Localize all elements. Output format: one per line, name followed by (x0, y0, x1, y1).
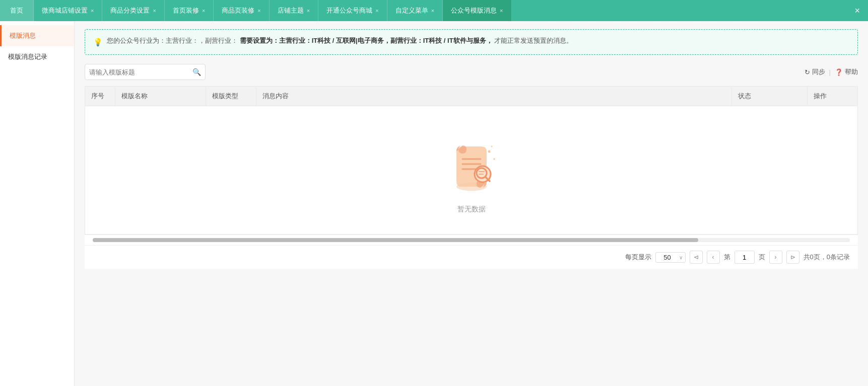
page-size-value[interactable]: 50 (655, 252, 686, 263)
toolbar-divider: | (829, 68, 831, 76)
nav-item-custom-menu[interactable]: 自定义菜单× (387, 0, 443, 21)
pagination-row: 每页显示 50 ⊲ ‹ 第 页 › ⊳ 共0页，0条记录 (85, 245, 858, 269)
nav-item-open-mall[interactable]: 开通公众号商城× (318, 0, 387, 21)
help-label: 帮助 (845, 67, 858, 76)
sidebar: 模版消息模版消息记录 (0, 21, 75, 386)
nav-close-custom-menu[interactable]: × (431, 8, 434, 14)
content-area: 💡 您的公众号行业为：主营行业：，副营行业： 需要设置为：主营行业：IT科技 /… (75, 21, 868, 386)
nav-close-shop-setting[interactable]: × (91, 8, 94, 14)
notice-prefix: 您的公众号行业为：主营行业：，副营行业： (107, 37, 238, 44)
notice-highlight: 需要设置为：主营行业：IT科技 / 互联网|电子商务，副营行业：IT科技 / I… (240, 37, 493, 44)
empty-illustration (441, 136, 502, 197)
search-icon[interactable]: 🔍 (192, 68, 201, 76)
data-table: 序号模版名称模版类型消息内容状态操作 (85, 86, 858, 235)
nav-item-category-setting[interactable]: 商品分类设置× (102, 0, 164, 21)
nav-item-shop-theme[interactable]: 店铺主题× (270, 0, 318, 21)
search-input[interactable] (89, 68, 192, 76)
nav-item-shop-setting[interactable]: 微商城店铺设置× (34, 0, 102, 21)
main-layout: 模版消息模版消息记录 💡 您的公众号行业为：主营行业：，副营行业： 需要设置为：… (0, 21, 868, 386)
scrollbar-row (85, 235, 858, 245)
nav-close-open-mall[interactable]: × (375, 8, 378, 14)
help-icon: ❓ (835, 68, 843, 76)
help-button[interactable]: ❓ 帮助 (835, 67, 858, 76)
sync-icon: ↻ (805, 68, 810, 76)
prev-page-button[interactable]: ‹ (707, 251, 720, 264)
sidebar-item-template[interactable]: 模版消息 (0, 25, 74, 46)
svg-point-11 (491, 146, 492, 147)
toolbar-right: ↻ 同步 | ❓ 帮助 (805, 67, 858, 76)
next-page-button[interactable]: › (769, 251, 782, 264)
sync-label: 同步 (812, 67, 825, 76)
sync-button[interactable]: ↻ 同步 (805, 67, 825, 76)
nav-item-product-decor[interactable]: 商品页装修× (214, 0, 269, 21)
scrollbar-track[interactable] (93, 238, 850, 242)
page-number-input[interactable] (735, 251, 755, 264)
nav-close-product-decor[interactable]: × (257, 8, 260, 14)
page-size-label: 每页显示 (625, 253, 651, 262)
page-size-select[interactable]: 50 (655, 252, 686, 263)
table-col-模版类型: 模版类型 (206, 87, 256, 106)
page-unit-label: 页 (759, 253, 765, 262)
table-col-状态: 状态 (732, 87, 808, 106)
empty-state: 暂无数据 (85, 106, 857, 234)
svg-point-9 (488, 150, 490, 153)
table-col-操作: 操作 (808, 87, 858, 106)
top-nav: 首页微商城店铺设置×商品分类设置×首页装修×商品页装修×店铺主题×开通公众号商城… (0, 0, 868, 21)
table-col-模版名称: 模版名称 (115, 87, 206, 106)
nav-item-template-msg[interactable]: 公众号模版消息× (443, 0, 511, 21)
notice-suffix: 才能正常发送预置的消息。 (494, 37, 573, 44)
search-row: 🔍 ↻ 同步 | ❓ 帮助 (85, 64, 858, 80)
search-input-wrap[interactable]: 🔍 (85, 64, 206, 80)
nav-close-shop-theme[interactable]: × (307, 8, 310, 14)
nav-close-category-setting[interactable]: × (153, 8, 156, 14)
page-prefix-label: 第 (724, 253, 730, 262)
nav-close-home-decor[interactable]: × (202, 8, 205, 14)
table-col-序号: 序号 (85, 87, 115, 106)
nav-item-home-decor[interactable]: 首页装修× (165, 0, 214, 21)
nav-item-home[interactable]: 首页 (0, 0, 34, 21)
total-text: 共0页，0条记录 (804, 253, 850, 262)
first-page-button[interactable]: ⊲ (690, 251, 703, 264)
notice-text: 您的公众号行业为：主营行业：，副营行业： 需要设置为：主营行业：IT科技 / 互… (107, 36, 573, 46)
nav-close-template-msg[interactable]: × (500, 8, 503, 14)
sidebar-item-template-record[interactable]: 模版消息记录 (0, 46, 74, 67)
empty-text: 暂无数据 (85, 205, 857, 214)
table-col-消息内容: 消息内容 (256, 87, 732, 106)
scrollbar-thumb[interactable] (93, 238, 698, 242)
close-all-button[interactable]: × (846, 0, 868, 21)
bulb-icon: 💡 (93, 36, 103, 48)
notice-banner: 💡 您的公众号行业为：主营行业：，副营行业： 需要设置为：主营行业：IT科技 /… (85, 29, 858, 55)
last-page-button[interactable]: ⊳ (786, 251, 799, 264)
svg-point-10 (493, 158, 495, 160)
